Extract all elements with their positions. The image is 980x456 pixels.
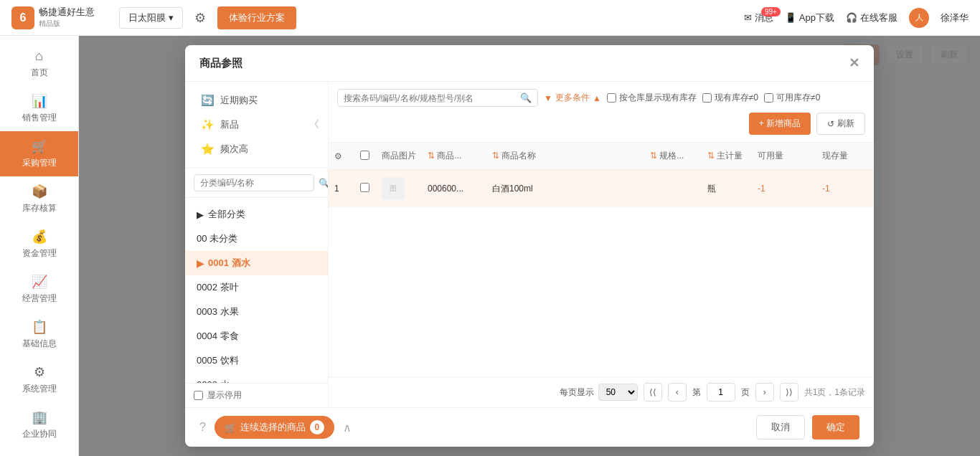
cancel-button[interactable]: 取消 (756, 415, 805, 440)
page-input[interactable] (707, 383, 735, 402)
product-table: ⚙ 商品图片 ⇅ 商品... (329, 143, 874, 208)
category-search-input[interactable] (194, 174, 314, 191)
category-all[interactable]: ▶ 全部分类 (185, 202, 328, 227)
recent-purchase-item[interactable]: 🔄 近期购买 (194, 89, 309, 112)
right-panel: 🔍 ▼ 更多条件 ▲ 按仓库显示现有库存 (329, 82, 874, 407)
avatar: 人 (909, 8, 929, 28)
sidebar-item-corp[interactable]: 🏢 企业协同 (0, 402, 78, 447)
message-badge: 99+ (761, 7, 781, 16)
operation-icon: 📈 (32, 274, 47, 290)
sort-icon: ⇅ (707, 151, 715, 161)
add-product-button[interactable]: + 新增商品 (749, 113, 811, 135)
product-search-input[interactable] (344, 93, 520, 103)
cell-check[interactable] (354, 170, 376, 208)
category-search-icon[interactable]: 🔍 (319, 178, 329, 189)
next-page-button[interactable]: › (755, 383, 774, 402)
show-disabled-label: 显示停用 (207, 389, 242, 402)
confirm-button[interactable]: 确定 (812, 415, 859, 440)
category-0003[interactable]: 0003 水果 (185, 300, 328, 324)
category-0004[interactable]: 0004 零食 (185, 324, 328, 348)
more-filter-button[interactable]: ▼ 更多条件 ▲ (544, 92, 601, 104)
modal-header: 商品参照 ✕ (185, 45, 874, 82)
category-0008[interactable]: 0008 水 (185, 373, 328, 383)
last-page-button[interactable]: ⟩⟩ (780, 383, 798, 402)
th-check (354, 143, 376, 170)
modal-body: 🔄 近期购买 ✨ 新品 ⭐ 频次高 (185, 82, 874, 407)
logo-line2: 精品版 (39, 19, 95, 29)
search-icon[interactable]: 🔍 (520, 92, 532, 103)
current-stock-input[interactable] (702, 93, 712, 103)
table-head: ⚙ 商品图片 ⇅ 商品... (329, 143, 874, 170)
settings-icon[interactable]: ⚙ (334, 151, 342, 161)
category-0002[interactable]: 0002 茶叶 (185, 275, 328, 300)
corp-icon: 🏢 (32, 409, 47, 425)
pagination: 每页显示 50 10 20 100 ⟨⟨ ‹ 第 (329, 376, 874, 407)
cell-code: 000600... (422, 170, 486, 208)
th-code[interactable]: ⇅ 商品... (422, 143, 486, 170)
checkbox-current-stock[interactable]: 现有库存≠0 (702, 92, 758, 104)
cell-name: 白酒100ml (486, 170, 644, 208)
checkbox-avail-stock[interactable]: 可用库存≠0 (764, 92, 820, 104)
footer-right: 取消 确定 (756, 415, 859, 440)
category-0005[interactable]: 0005 饮料 (185, 348, 328, 373)
username: 徐泽华 (941, 11, 969, 24)
close-icon[interactable]: ✕ (849, 55, 859, 71)
category-0001[interactable]: ▶ 0001 酒水 (185, 251, 328, 275)
th-unit[interactable]: ⇅ 主计量 (702, 143, 752, 170)
category-00[interactable]: 00 未分类 (185, 227, 328, 251)
collapse-panel-icon[interactable]: 《 (309, 118, 319, 131)
select-all-checkbox[interactable] (360, 151, 369, 160)
th-spec[interactable]: ⇅ 规格... (644, 143, 702, 170)
app-download-button[interactable]: 📱 App下载 (785, 11, 834, 24)
cta-button[interactable]: 体验行业方案 (217, 6, 296, 29)
warehouse-checkbox-input[interactable] (607, 93, 616, 103)
sort-icon: ⇅ (650, 151, 657, 161)
help-icon[interactable]: ? (199, 421, 206, 434)
online-service-button[interactable]: 🎧 在线客服 (846, 11, 897, 24)
nav-center: 日太阳膜 ▾ ⚙ 体验行业方案 (105, 6, 744, 29)
avail-stock-input[interactable] (764, 93, 773, 103)
category-search: 🔍 (185, 168, 328, 198)
sidebar-label-purchase: 采购管理 (22, 157, 57, 169)
new-product-item[interactable]: ✨ 新品 (194, 113, 309, 136)
new-label: 新品 (220, 118, 239, 131)
sidebar-item-finance[interactable]: 💰 资金管理 (0, 222, 78, 267)
gear-icon[interactable]: ⚙ (189, 6, 212, 29)
page-size-select[interactable]: 50 10 20 100 (598, 384, 638, 401)
logo-icon: 6 (11, 6, 34, 29)
sort-icon: ⇅ (428, 151, 435, 161)
th-name[interactable]: ⇅ 商品名称 (486, 143, 644, 170)
cart-button[interactable]: 🛒 连续选择的商品 0 (215, 416, 334, 439)
category-label: 0004 零食 (197, 330, 239, 343)
phone-icon: 📱 (785, 12, 796, 23)
sidebar-item-guide[interactable]: 📖 新手引导 (0, 447, 78, 456)
row-checkbox[interactable] (360, 183, 369, 192)
sidebar-item-operation[interactable]: 📈 经营管理 (0, 267, 78, 312)
sidebar-item-basic[interactable]: 📋 基础信息 (0, 312, 78, 357)
sidebar-item-sales[interactable]: 📊 销售管理 (0, 86, 78, 131)
sidebar-item-purchase[interactable]: 🛒 采购管理 (0, 131, 78, 176)
frequent-item[interactable]: ⭐ 频次高 (194, 138, 309, 161)
table-row[interactable]: 1 图 000600... 白酒100ml (329, 170, 874, 208)
sidebar-item-system[interactable]: ⚙ 系统管理 (0, 357, 78, 402)
category-label: 0001 酒水 (208, 257, 250, 270)
store-dropdown[interactable]: 日太阳膜 ▾ (119, 7, 183, 29)
chevron-down-icon: ▾ (169, 12, 174, 23)
star-icon: ⭐ (201, 143, 215, 156)
checkbox-warehouse[interactable]: 按仓库显示现有库存 (607, 92, 697, 104)
show-disabled-input[interactable] (194, 391, 203, 400)
product-search-wrap: 🔍 (337, 89, 538, 107)
category-label: 00 未分类 (197, 232, 237, 245)
sidebar-item-home[interactable]: ⌂ 首页 (0, 42, 78, 86)
refresh-button[interactable]: ↺ 刷新 (816, 113, 865, 135)
first-page-button[interactable]: ⟨⟨ (644, 383, 662, 402)
message-button[interactable]: ✉ 消息 99+ (744, 11, 773, 24)
cell-spec (644, 170, 702, 208)
collapse-footer-icon[interactable]: ∧ (343, 421, 352, 434)
show-disabled-checkbox[interactable]: 显示停用 (194, 389, 319, 402)
sidebar-label-sales: 销售管理 (22, 112, 57, 124)
table-body: 1 图 000600... 白酒100ml (329, 170, 874, 208)
th-settings[interactable]: ⚙ (329, 143, 354, 170)
prev-page-button[interactable]: ‹ (668, 383, 687, 402)
sidebar-item-inventory[interactable]: 📦 库存核算 (0, 176, 78, 222)
